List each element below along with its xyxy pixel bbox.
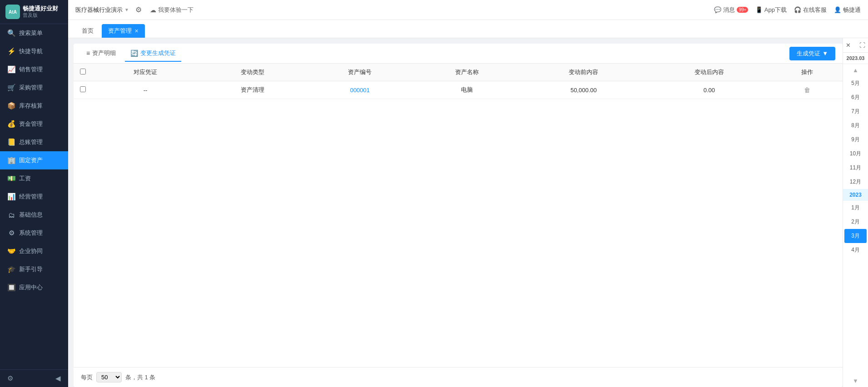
right-panel-header: ✕ ⛶ (843, 38, 868, 53)
cart-icon: 🛒 (7, 84, 15, 92)
cell-asset-no: 000001 (306, 81, 413, 99)
cell-voucher: -- (92, 81, 199, 99)
delete-icon[interactable]: 🗑 (804, 86, 810, 94)
cell-before-change: 50,000.00 (521, 81, 647, 99)
sidebar-item-purchase[interactable]: 🛒 采购管理 (0, 79, 68, 97)
user-button[interactable]: 👤 畅捷通 (834, 6, 861, 14)
year-2023-label: 2023 (843, 189, 868, 201)
sub-tabs: ≡ 资产明细 🔄 变更生成凭证 生成凭证 ▼ (74, 44, 843, 64)
header-asset-name: 资产名称 (413, 64, 521, 81)
month-7[interactable]: 7月 (843, 104, 868, 119)
user-icon: 👤 (834, 6, 841, 13)
sidebar-item-guide[interactable]: 🎓 新手引导 (0, 260, 68, 278)
refresh-icon: 🔄 (130, 50, 138, 57)
company-name: 医疗器械行业演示 (75, 6, 123, 14)
box-icon: 📦 (7, 102, 15, 110)
sidebar-item-system[interactable]: ⚙ 系统管理 (0, 224, 68, 242)
month-2023-3[interactable]: 3月 (844, 229, 867, 243)
cell-change-type: 资产清理 (199, 81, 306, 99)
row-checkbox[interactable] (80, 86, 86, 92)
sub-tab-asset-detail[interactable]: ≡ 资产明细 (81, 45, 121, 62)
sidebar-item-fixed-assets[interactable]: 🏢 固定资产 (0, 151, 68, 169)
building-icon: 🏢 (7, 156, 15, 164)
year-month-list: 5月 6月 7月 8月 9月 10月 11月 12月 2023 1月 2月 3月… (843, 76, 868, 375)
cell-after-change: 0.00 (646, 81, 772, 99)
sidebar-bottom: ⚙ ◀ (0, 369, 68, 387)
settings-icon[interactable]: ⚙ (7, 374, 13, 382)
message-badge: 99+ (737, 7, 748, 13)
payroll-icon: 💵 (7, 174, 15, 183)
ledger-icon: 📒 (7, 138, 15, 146)
tab-home[interactable]: 首页 (75, 24, 100, 38)
month-8[interactable]: 8月 (843, 119, 868, 133)
header-change-type: 变动类型 (199, 64, 306, 81)
app-download-button[interactable]: 📱 App下载 (755, 6, 787, 14)
main-area: 医疗器械行业演示 ▼ ⚙ ☁ 我要体验一下 💬 消息 99+ 📱 App下载 🎧… (68, 0, 868, 387)
table-body: -- 资产清理 000001 电脑 (74, 81, 843, 99)
header-settings-icon[interactable]: ⚙ (135, 5, 142, 14)
sidebar-item-base-info[interactable]: 🗂 基础信息 (0, 206, 68, 224)
graduation-icon: 🎓 (7, 265, 15, 273)
main-panel: ≡ 资产明细 🔄 变更生成凭证 生成凭证 ▼ (74, 44, 843, 387)
dropdown-arrow-icon: ▼ (822, 50, 828, 57)
message-icon: 💬 (714, 6, 721, 13)
page-size-select[interactable]: 10 20 50 100 (96, 372, 122, 382)
app-logo-icon: AtA (5, 5, 20, 19)
month-2023-2[interactable]: 2月 (843, 215, 868, 229)
pagination: 每页 10 20 50 100 条，共 1 条 (74, 367, 843, 387)
sidebar-item-app-center[interactable]: 🔲 应用中心 (0, 278, 68, 297)
panel-scroll-down[interactable]: ▼ (843, 375, 868, 387)
month-10[interactable]: 10月 (843, 147, 868, 161)
select-all-checkbox[interactable] (80, 69, 86, 74)
experience-button[interactable]: ☁ 我要体验一下 (150, 6, 193, 14)
sidebar-item-search[interactable]: 🔍 搜索菜单 (0, 24, 68, 42)
right-panel-close-button[interactable]: ✕ (846, 42, 851, 49)
month-2023-1[interactable]: 1月 (843, 201, 868, 215)
current-period-label: 2023.03 (843, 53, 868, 64)
tab-close-icon[interactable]: ✕ (134, 28, 139, 34)
month-12[interactable]: 12月 (843, 175, 868, 189)
sidebar-item-ledger[interactable]: 📒 总账管理 (0, 133, 68, 151)
cell-asset-name: 电脑 (413, 81, 521, 99)
app-logo-text: 畅捷通好业财 普及版 (23, 5, 58, 19)
tab-asset-management[interactable]: 资产管理 ✕ (102, 24, 145, 38)
lightning-icon: ⚡ (7, 47, 15, 55)
sidebar-item-sales[interactable]: 📈 销售管理 (0, 60, 68, 79)
month-9[interactable]: 9月 (843, 133, 868, 147)
total-text: 条，共 1 条 (125, 373, 155, 382)
sidebar-item-enterprise[interactable]: 🤝 企业协同 (0, 242, 68, 260)
headset-icon: 🎧 (794, 6, 801, 13)
month-6[interactable]: 6月 (843, 90, 868, 104)
sub-tab-change-voucher[interactable]: 🔄 变更生成凭证 (125, 45, 181, 62)
sidebar-logo: AtA 畅捷通好业财 普及版 (0, 0, 68, 24)
list-icon: ≡ (86, 50, 90, 57)
right-panel-expand-button[interactable]: ⛶ (859, 42, 865, 49)
support-button[interactable]: 🎧 在线客服 (794, 6, 827, 14)
header-checkbox-cell (74, 64, 92, 81)
sidebar-item-inventory[interactable]: 📦 库存核算 (0, 97, 68, 115)
generate-voucher-button[interactable]: 生成凭证 ▼ (789, 47, 835, 60)
toolbar-right: 生成凭证 ▼ (789, 47, 835, 60)
sidebar-item-finance[interactable]: 💰 资金管理 (0, 115, 68, 133)
month-5[interactable]: 5月 (843, 76, 868, 90)
sidebar-item-payroll[interactable]: 💵 工资 (0, 169, 68, 188)
table-header: 对应凭证 变动类型 资产编号 资产名称 (74, 64, 843, 81)
phone-icon: 📱 (755, 6, 763, 13)
cloud-icon: ☁ (150, 6, 156, 14)
panel-scroll-up[interactable]: ▲ (843, 64, 868, 76)
header-after-change: 变动后内容 (646, 64, 772, 81)
header: 医疗器械行业演示 ▼ ⚙ ☁ 我要体验一下 💬 消息 99+ 📱 App下载 🎧… (68, 0, 868, 20)
sidebar: AtA 畅捷通好业财 普及版 🔍 搜索菜单 ⚡ 快捷导航 📈 销售管理 🛒 采购… (0, 0, 68, 387)
sidebar-item-operations[interactable]: 📊 经营管理 (0, 188, 68, 206)
handshake-icon: 🤝 (7, 247, 15, 255)
month-2023-4[interactable]: 4月 (843, 243, 868, 257)
sidebar-item-quicknav[interactable]: ⚡ 快捷导航 (0, 42, 68, 60)
company-selector[interactable]: 医疗器械行业演示 ▼ (75, 6, 129, 14)
header-operation: 操作 (772, 64, 843, 81)
per-page-label: 每页 (81, 373, 93, 382)
gear-icon: ⚙ (7, 229, 15, 237)
messages-button[interactable]: 💬 消息 99+ (714, 6, 748, 14)
month-11[interactable]: 11月 (843, 161, 868, 175)
right-panel: ✕ ⛶ 2023.03 ▲ 5月 6月 7月 8月 9月 10月 11月 12月… (843, 38, 868, 387)
collapse-icon[interactable]: ◀ (55, 374, 61, 382)
